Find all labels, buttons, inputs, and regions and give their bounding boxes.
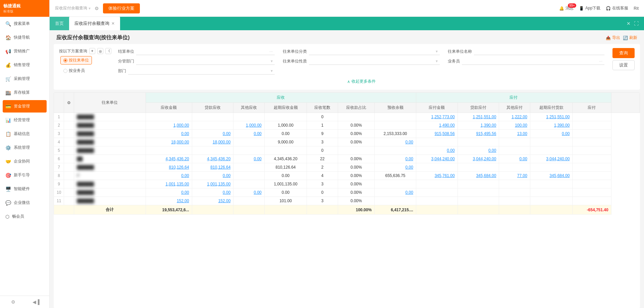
row-prepaid[interactable]: 0.00: [375, 155, 416, 163]
row-other-pay[interactable]: 1,222.00: [499, 113, 530, 121]
row-other-rec[interactable]: 0.00: [233, 155, 264, 163]
row-prepaid[interactable]: 0.00: [375, 188, 416, 197]
setting-button[interactable]: 设置: [612, 60, 635, 70]
sidebar-item-wechat[interactable]: 💬企业微信: [0, 196, 49, 210]
row-rec-amount[interactable]: 0.00: [146, 188, 192, 197]
target-icon[interactable]: ◎: [97, 48, 103, 54]
export-button[interactable]: 📤 导出: [606, 35, 620, 41]
system-icon: ⚙️: [5, 145, 11, 150]
scheme-by-staff[interactable]: 按业务员: [60, 67, 88, 75]
row-overdue-pay: [530, 188, 573, 197]
window-close-icon[interactable]: ✕: [627, 21, 631, 26]
row-overdue-pay[interactable]: 1,251,551.00: [530, 113, 573, 121]
row-loan-rec[interactable]: 18,000.00: [192, 138, 233, 146]
add-icon[interactable]: +: [89, 48, 95, 54]
row-loan-pay[interactable]: 0.00: [458, 146, 499, 155]
col-payable-extra: [611, 93, 640, 113]
sidebar-item-sales[interactable]: 💰销售管理: [0, 58, 49, 72]
salesperson-input[interactable]: ···: [462, 58, 604, 65]
sidebar-settings-btn[interactable]: ⚙: [3, 299, 23, 305]
row-loan-rec[interactable]: 0.00: [192, 188, 233, 197]
row-loan-rec[interactable]: 810,126.64: [192, 163, 233, 172]
department-select[interactable]: ▾: [128, 68, 275, 75]
row-pay-amount[interactable]: 3,044,240.00: [416, 155, 458, 163]
scheme-by-unit[interactable]: 按往来单位: [60, 56, 92, 64]
row-rec-amount[interactable]: 4,345,436.20: [146, 155, 192, 163]
row-other-pay[interactable]: 0.00: [499, 155, 530, 163]
row-rec-amount[interactable]: 0.00: [146, 130, 192, 138]
sidebar-item-hardware[interactable]: 🖥️智能硬件: [0, 182, 49, 196]
dept-manager-select[interactable]: ▾: [136, 58, 275, 65]
gear-icon[interactable]: ⚙: [95, 6, 99, 11]
row-loan-rec[interactable]: 4,345,436.20: [192, 155, 233, 163]
unit-name-input[interactable]: [474, 48, 604, 55]
row-overdue-pay[interactable]: 345,684.00: [530, 172, 573, 180]
col-settings[interactable]: ⚙: [64, 93, 74, 113]
sidebar-item-collab[interactable]: 🤝企业协同: [0, 155, 49, 168]
row-pay-amount[interactable]: 1,252,773.00: [416, 113, 458, 121]
row-other-pay[interactable]: 13.00: [499, 130, 530, 138]
row-pay-amount[interactable]: 345,761.00: [416, 172, 458, 180]
sidebar-item-purchase[interactable]: 🛒采购管理: [0, 72, 49, 86]
online-service-btn[interactable]: 🎧 在线客服: [606, 5, 628, 11]
sidebar-item-capital[interactable]: 💳资金管理: [3, 100, 47, 113]
close-icon[interactable]: ✕: [111, 21, 115, 26]
purchase-icon: 🛒: [5, 76, 11, 82]
maximize-icon[interactable]: ⛶: [634, 21, 639, 26]
sidebar-item-search[interactable]: 🔍搜索菜单: [0, 17, 49, 31]
row-loan-pay[interactable]: 1,251,551.00: [458, 113, 499, 121]
unit-category-select[interactable]: ▾: [309, 48, 439, 55]
sidebar-item-operations[interactable]: 📊经营管理: [0, 113, 49, 127]
sidebar-item-inventory[interactable]: 🏬库存核算: [0, 86, 49, 99]
row-rec-amount[interactable]: 152.00: [146, 197, 192, 205]
table-row: 6 ██ 4,345,436.20 4,345,436.20 0.00 4,34…: [54, 155, 640, 163]
refresh-button[interactable]: 🔄 刷新: [623, 35, 637, 41]
row-overdue-pay[interactable]: 0.00: [530, 130, 573, 138]
solution-button[interactable]: 体验行业方案: [103, 3, 140, 13]
row-loan-rec[interactable]: 0.00: [192, 172, 233, 180]
row-rec-amount[interactable]: 1,001,135.00: [146, 180, 192, 188]
row-unit-name: ██████: [74, 163, 146, 172]
row-prepaid[interactable]: 0.00: [375, 163, 416, 172]
filter-unit-name: 往来单位名称: [448, 48, 604, 55]
row-rec-amount[interactable]: 1,000.00: [146, 121, 192, 130]
row-rec-amount[interactable]: 0.00: [146, 172, 192, 180]
sidebar-item-basic[interactable]: 📋基础信息: [0, 127, 49, 141]
notification-btn[interactable]: 🔔 消息 99+: [559, 5, 574, 11]
row-loan-pay[interactable]: 3,044,240.00: [458, 155, 499, 163]
row-rec-amount[interactable]: 810,126.64: [146, 163, 192, 172]
sidebar-item-quicknav[interactable]: 🏠快捷导航: [0, 31, 49, 44]
row-other-rec[interactable]: 0.00: [233, 130, 264, 138]
row-overdue-pay[interactable]: 3,044,240.00: [530, 155, 573, 163]
row-loan-pay[interactable]: 1,390.00: [458, 121, 499, 130]
row-other-rec[interactable]: 0.00: [233, 188, 264, 197]
sidebar-item-system[interactable]: ⚙️系统管理: [0, 141, 49, 155]
expand-icon[interactable]: 《: [105, 48, 111, 54]
table-wrapper: ⚙ 往来单位 应收 应付 应收金额 贷款应收 其他应收 超期应收金额 应收笔数: [54, 92, 640, 308]
row-rec-amount[interactable]: 18,000.00: [146, 138, 192, 146]
sidebar-item-marketing[interactable]: 📢营销推广: [0, 44, 49, 58]
row-pay-amount[interactable]: 0.00: [416, 146, 458, 155]
unit-nature-select[interactable]: ▾: [309, 58, 439, 65]
row-loan-rec[interactable]: 152.00: [192, 197, 233, 205]
row-prepaid[interactable]: 0.00: [375, 138, 416, 146]
row-loan-pay[interactable]: 915,495.56: [458, 130, 499, 138]
sidebar-item-member[interactable]: ⬡畅会员: [0, 210, 49, 223]
row-loan-rec[interactable]: 0.00: [192, 130, 233, 138]
row-other-pay[interactable]: 77.00: [499, 172, 530, 180]
sidebar-collapse-btn[interactable]: ◀▐: [26, 299, 46, 305]
row-other-pay[interactable]: 100.00: [499, 121, 530, 130]
sidebar-item-newbie[interactable]: 🎯新手引导: [0, 168, 49, 182]
query-button[interactable]: 查询: [612, 48, 635, 58]
collapse-button[interactable]: ∧ 收起更多条件: [347, 77, 376, 86]
row-loan-pay[interactable]: 345,684.00: [458, 172, 499, 180]
tab-receivable[interactable]: 应收应付余额查询 ✕: [69, 17, 120, 30]
tab-home[interactable]: 首页: [50, 17, 69, 30]
row-overdue-pay[interactable]: 1,390.00: [530, 121, 573, 130]
row-pay-amount[interactable]: 1,490.00: [416, 121, 458, 130]
row-pay-amount[interactable]: 915,508.56: [416, 130, 458, 138]
settlement-unit-input[interactable]: ···: [136, 48, 275, 55]
app-download-btn[interactable]: 📱 App下载: [579, 5, 600, 11]
row-other-rec[interactable]: 1,000.00: [233, 121, 264, 130]
row-loan-rec[interactable]: 1,001,135.00: [192, 180, 233, 188]
